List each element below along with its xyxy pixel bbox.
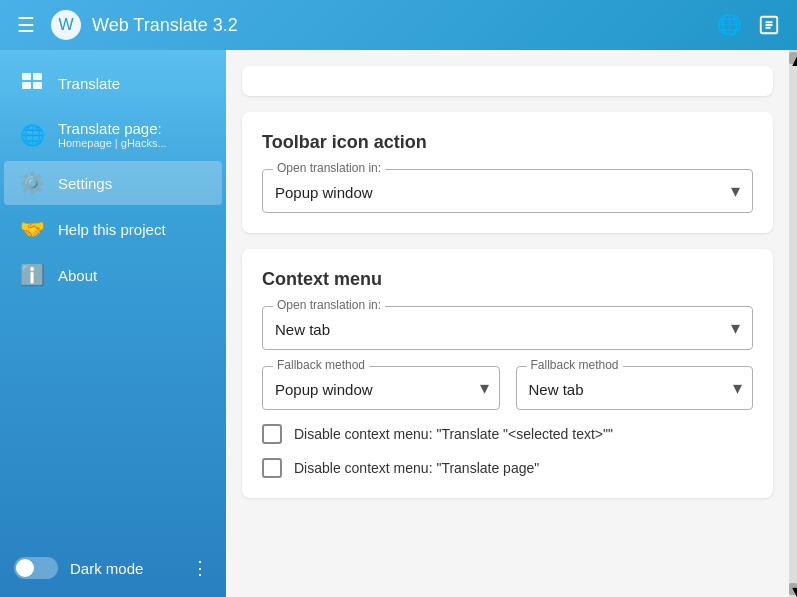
help-icon: 🤝	[18, 217, 46, 241]
context-open-in-value: New tab	[275, 321, 330, 338]
fallback-row: Fallback method Popup window ▾ Fallback …	[262, 366, 753, 410]
checkbox2[interactable]	[262, 458, 282, 478]
edit-icon[interactable]	[753, 9, 785, 41]
svg-rect-3	[22, 73, 31, 80]
checkbox2-label: Disable context menu: "Translate page"	[294, 460, 539, 476]
app-title: Web Translate 3.2	[92, 15, 703, 36]
sidebar: Translate 🌐 Translate page: Homepage | g…	[0, 50, 226, 597]
fallback1-label: Fallback method	[273, 358, 369, 372]
toolbar-section-title: Toolbar icon action	[262, 132, 753, 153]
context-open-in-label: Open translation in:	[273, 298, 385, 312]
toolbar-select-arrow-icon: ▾	[731, 180, 740, 202]
sidebar-item-translate-page[interactable]: 🌐 Translate page: Homepage | gHacks...	[4, 110, 222, 159]
svg-rect-6	[33, 82, 42, 89]
about-icon: ℹ️	[18, 263, 46, 287]
checkbox1[interactable]	[262, 424, 282, 444]
fallback1-select[interactable]: Fallback method Popup window ▾	[262, 366, 500, 410]
header-actions: 🌐	[713, 9, 785, 41]
scroll-down-arrow[interactable]: ▼	[789, 583, 797, 595]
toolbar-open-in-value: Popup window	[275, 184, 373, 201]
globe-sidebar-icon: 🌐	[18, 123, 46, 147]
three-dot-menu[interactable]: ⋮	[188, 557, 212, 579]
translate-icon	[18, 69, 46, 98]
translate-text: Translate	[58, 75, 120, 92]
fallback1-arrow-icon: ▾	[480, 377, 489, 399]
sidebar-item-help[interactable]: 🤝 Help this project	[4, 207, 222, 251]
about-text: About	[58, 267, 97, 284]
toolbar-open-in-select[interactable]: Open translation in: Popup window ▾	[262, 169, 753, 213]
context-open-in-select[interactable]: Open translation in: New tab ▾	[262, 306, 753, 350]
settings-icon: ⚙️	[18, 171, 46, 195]
fallback2-label: Fallback method	[527, 358, 623, 372]
checkbox2-row: Disable context menu: "Translate page"	[262, 458, 753, 478]
toolbar-open-in-label: Open translation in:	[273, 161, 385, 175]
context-section: Context menu Open translation in: New ta…	[242, 249, 773, 498]
header: ☰ W Web Translate 3.2 🌐	[0, 0, 797, 50]
translate-page-text: Translate page: Homepage | gHacks...	[58, 120, 167, 149]
fallback1-value: Popup window	[275, 381, 373, 398]
dark-mode-label: Dark mode	[70, 560, 176, 577]
help-text: Help this project	[58, 221, 166, 238]
dark-mode-toggle[interactable]	[14, 557, 58, 579]
content-area: Toolbar icon action Open translation in:…	[226, 50, 789, 597]
fallback2-select[interactable]: Fallback method New tab ▾	[516, 366, 754, 410]
sidebar-item-settings[interactable]: ⚙️ Settings	[4, 161, 222, 205]
fallback2-arrow-icon: ▾	[733, 377, 742, 399]
toggle-knob	[16, 559, 34, 577]
scrollbar: ▲ ▼	[789, 50, 797, 597]
sidebar-item-about[interactable]: ℹ️ About	[4, 253, 222, 297]
toolbar-section: Toolbar icon action Open translation in:…	[242, 112, 773, 233]
globe-icon[interactable]: 🌐	[713, 9, 745, 41]
dark-mode-row: Dark mode ⋮	[0, 547, 226, 589]
app-logo: W	[50, 9, 82, 41]
settings-text: Settings	[58, 175, 112, 192]
svg-text:W: W	[58, 16, 74, 33]
top-spacer-card	[242, 66, 773, 96]
context-select-arrow-icon: ▾	[731, 317, 740, 339]
menu-icon[interactable]: ☰	[12, 13, 40, 37]
context-section-title: Context menu	[262, 269, 753, 290]
scroll-up-arrow[interactable]: ▲	[789, 52, 797, 64]
checkbox1-row: Disable context menu: "Translate "<selec…	[262, 424, 753, 444]
sidebar-item-translate[interactable]: Translate	[4, 59, 222, 108]
svg-rect-4	[33, 73, 42, 80]
main-layout: Translate 🌐 Translate page: Homepage | g…	[0, 50, 797, 597]
fallback2-value: New tab	[529, 381, 584, 398]
svg-rect-5	[22, 82, 31, 89]
checkbox1-label: Disable context menu: "Translate "<selec…	[294, 426, 613, 442]
